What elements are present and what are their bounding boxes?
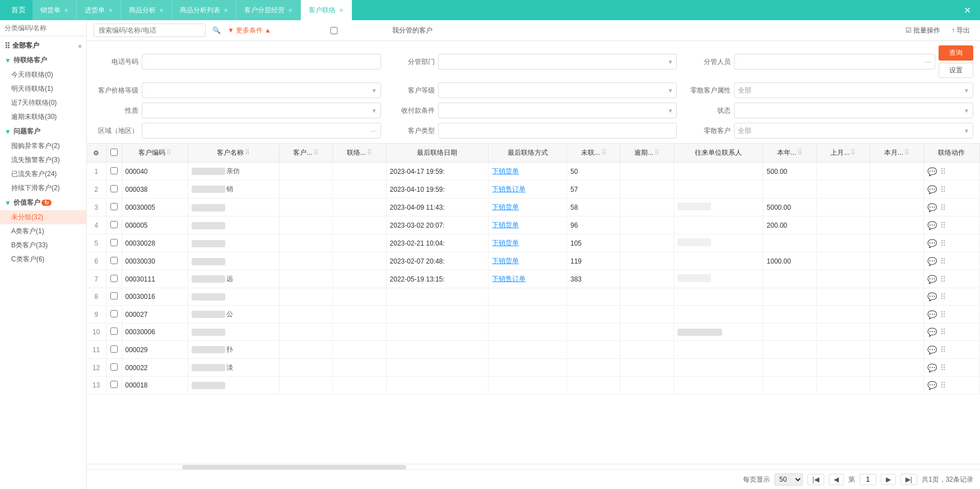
sidebar-item-tomorrow-pending[interactable]: 明天待联络(1) <box>0 82 86 96</box>
chat-icon[interactable]: 💬 <box>927 345 937 354</box>
row-checkbox[interactable] <box>106 288 122 306</box>
last-page-btn[interactable]: ▶| <box>900 474 917 485</box>
per-page-select[interactable]: 50 100 <box>774 473 803 486</box>
row-last-contact-method[interactable]: 下销货单 <box>489 234 567 252</box>
grid-action-icon[interactable]: ⠿ <box>940 327 946 336</box>
all-customers-header[interactable]: ⠿ 全部客户 « <box>0 36 86 53</box>
row-checkbox[interactable] <box>106 216 122 234</box>
query-button[interactable]: 查询 <box>939 45 973 61</box>
grid-action-icon[interactable]: ⠿ <box>940 203 946 212</box>
row-checkbox[interactable] <box>106 163 122 181</box>
retail-customer-input[interactable]: 全部 ▼ <box>734 123 973 139</box>
chat-icon[interactable]: 💬 <box>927 327 937 336</box>
row-checkbox[interactable] <box>106 324 122 341</box>
grid-action-icon[interactable]: ⠿ <box>940 185 946 194</box>
tab-product-list-close[interactable]: ✕ <box>224 7 228 13</box>
row-checkbox[interactable] <box>106 199 122 216</box>
nature-input[interactable]: ▼ <box>142 103 381 118</box>
sidebar-search-input[interactable] <box>4 24 87 32</box>
chat-icon[interactable]: 💬 <box>927 257 937 266</box>
select-all-checkbox[interactable] <box>110 149 118 156</box>
my-customers-filter[interactable]: 我分管的客户 <box>278 26 433 35</box>
chat-icon[interactable]: 💬 <box>927 310 937 319</box>
row-last-contact-method[interactable]: 下销货单 <box>489 199 567 216</box>
grid-action-icon[interactable]: ⠿ <box>940 363 946 372</box>
row-checkbox[interactable] <box>106 341 122 359</box>
chat-icon[interactable]: 💬 <box>927 292 937 301</box>
row-last-contact-method[interactable]: 下销货单 <box>489 252 567 270</box>
payment-input[interactable]: ▼ <box>438 103 677 118</box>
tab-customer-contact-close[interactable]: ✕ <box>339 7 343 13</box>
page-number-input[interactable] <box>860 474 876 485</box>
sidebar-item-declining[interactable]: 持续下滑客户(2) <box>0 181 86 195</box>
horizontal-scrollbar[interactable] <box>87 464 980 469</box>
tab-product-analysis[interactable]: 商品分析 ✕ <box>121 0 172 20</box>
grid-action-icon[interactable]: ⠿ <box>940 345 946 354</box>
price-level-input[interactable]: ▼ <box>142 82 381 98</box>
row-checkbox[interactable] <box>106 359 122 377</box>
sidebar-item-ungroup[interactable]: 未分组(32) <box>0 210 86 224</box>
my-customers-checkbox[interactable] <box>278 27 390 34</box>
row-checkbox[interactable] <box>106 377 122 394</box>
tab-product-analysis-close[interactable]: ✕ <box>159 7 164 13</box>
nav-home[interactable]: 首页 <box>4 5 32 15</box>
dept-input[interactable]: ▼ <box>438 54 677 70</box>
tab-purchase-close[interactable]: ✕ <box>108 7 113 13</box>
search-input[interactable] <box>94 24 206 37</box>
row-last-contact-method[interactable]: 下销售订单 <box>489 181 567 199</box>
row-last-contact-method[interactable]: 下销货单 <box>489 163 567 181</box>
col-overdue[interactable]: 逾期...⠿ <box>620 144 674 163</box>
chat-icon[interactable]: 💬 <box>927 185 937 194</box>
prev-page-btn[interactable]: ◀ <box>829 474 844 485</box>
more-conditions-btn[interactable]: ▼ 更多条件 ▲ <box>227 26 271 35</box>
window-close-icon[interactable]: ✕ <box>959 5 976 16</box>
tab-purchase[interactable]: 进货单 ✕ <box>77 0 121 20</box>
col-name[interactable]: 客户名称⠿ <box>188 144 279 163</box>
col-last-contact-date[interactable]: 最后联络日期 <box>386 144 489 163</box>
tab-customer-contact[interactable]: 客户联络 ✕ <box>301 0 352 20</box>
row-last-contact-method[interactable]: 下销货单 <box>489 216 567 234</box>
area-input[interactable]: ··· <box>142 123 381 139</box>
chat-icon[interactable]: 💬 <box>927 203 937 212</box>
scrollbar-thumb[interactable] <box>182 465 406 469</box>
manager-input[interactable]: ··· <box>734 54 935 70</box>
sidebar-item-class-b[interactable]: B类客户(33) <box>0 238 86 252</box>
col-not-contacted[interactable]: 未联...⠿ <box>567 144 620 163</box>
status-input[interactable]: ▼ <box>734 103 973 118</box>
col-contact[interactable]: 联络...⠿ <box>333 144 386 163</box>
sidebar-item-churned[interactable]: 已流失客户(24) <box>0 167 86 181</box>
sidebar-item-class-c[interactable]: C类客户(6) <box>0 252 86 266</box>
tab-sales[interactable]: 销货单 ✕ <box>32 0 77 20</box>
row-last-contact-method[interactable]: 下销售订单 <box>489 270 567 288</box>
reset-button[interactable]: 设置 <box>939 63 973 78</box>
collapse-icon[interactable]: « <box>78 42 82 50</box>
first-page-btn[interactable]: |◀ <box>807 474 824 485</box>
col-settings[interactable]: ⚙ <box>87 144 106 163</box>
refresh-icon[interactable]: ↻ <box>41 200 52 206</box>
row-checkbox[interactable] <box>106 234 122 252</box>
col-current-year[interactable]: 本年...⠿ <box>763 144 816 163</box>
sidebar-item-overdue-pending[interactable]: 逾期未联络(30) <box>0 110 86 124</box>
filter-search-icon[interactable]: 🔍 <box>212 26 221 34</box>
chat-icon[interactable]: 💬 <box>927 221 937 230</box>
customer-type-input[interactable] <box>438 123 677 139</box>
tab-customer-segment[interactable]: 客户分层经营 ✕ <box>236 0 301 20</box>
row-checkbox[interactable] <box>106 181 122 199</box>
sidebar-item-7day-pending[interactable]: 近7天待联络(0) <box>0 96 86 110</box>
sidebar-item-churn-warning[interactable]: 流失预警客户(3) <box>0 153 86 167</box>
sidebar-item-today-pending[interactable]: 今天待联络(0) <box>0 68 86 82</box>
col-last-month[interactable]: 上月...⠿ <box>816 144 870 163</box>
grid-action-icon[interactable]: ⠿ <box>940 275 946 284</box>
grid-action-icon[interactable]: ⠿ <box>940 239 946 248</box>
phone-input[interactable] <box>142 54 381 70</box>
col-code[interactable]: 客户编码⠿ <box>122 144 188 163</box>
grid-action-icon[interactable]: ⠿ <box>940 381 946 390</box>
row-checkbox[interactable] <box>106 252 122 270</box>
chat-icon[interactable]: 💬 <box>927 363 937 372</box>
grid-action-icon[interactable]: ⠿ <box>940 167 946 176</box>
next-page-btn[interactable]: ▶ <box>881 474 896 485</box>
grid-action-icon[interactable]: ⠿ <box>940 221 946 230</box>
batch-operation-btn[interactable]: ☑ 批量操作 <box>902 24 944 37</box>
col-last-contact-method[interactable]: 最后联络方式 <box>489 144 567 163</box>
chat-icon[interactable]: 💬 <box>927 381 937 390</box>
